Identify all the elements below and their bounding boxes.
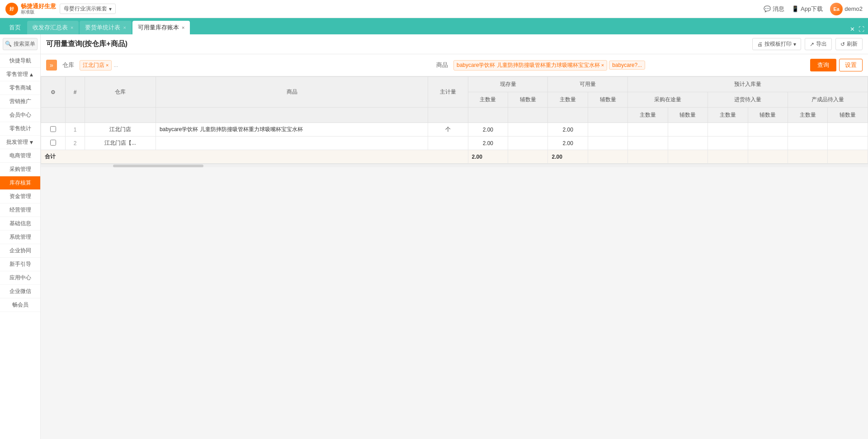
sidebar-sys-mgmt-label: 系统管理 <box>9 234 31 240</box>
refresh-btn[interactable]: ↺ 刷新 <box>835 38 863 50</box>
user-area[interactable]: Ea demo2 <box>830 3 863 15</box>
logo-icon: 好 <box>5 3 18 15</box>
sidebar-item-sys-mgmt[interactable]: 系统管理 <box>0 231 40 244</box>
row-purchase-aux-1 <box>668 137 708 150</box>
sidebar-wholesale-mgmt-label: 批发管理 <box>6 138 28 146</box>
message-btn[interactable]: 💬 消息 <box>764 5 784 13</box>
sidebar-item-inventory-check[interactable]: 库存核算 <box>0 176 40 190</box>
th-group-production-waiting: 产成品待入量 <box>788 92 868 108</box>
sidebar-item-quick-nav[interactable]: 快捷导航 <box>0 54 40 68</box>
th-empty9 <box>588 108 627 123</box>
tab-order-stats[interactable]: 要货单统计表 × <box>80 21 131 34</box>
sidebar-item-marketing[interactable]: 营销推广 <box>0 95 40 109</box>
row-warehouse-1: 江北门店【... <box>85 137 156 150</box>
sidebar-retail-stats-label: 零售统计 <box>9 125 31 132</box>
row-checkbox-0[interactable] <box>41 123 66 137</box>
th-prod-main: 主数量 <box>788 108 827 123</box>
sidebar-item-retail-mall[interactable]: 零售商城 <box>0 81 40 95</box>
row-stock-aux-1 <box>508 137 548 150</box>
sidebar-item-basic-info[interactable]: 基础信息 <box>0 217 40 231</box>
row-product-1 <box>156 137 428 150</box>
sidebar-item-wholesale-mgmt[interactable]: 批发管理 ▼ <box>0 136 40 149</box>
industry-select[interactable]: 母婴行业演示账套 ▾ <box>60 4 116 14</box>
sidebar-member-plus-label: 畅会员 <box>12 302 28 308</box>
export-icon: ↗ <box>810 41 814 47</box>
sidebar-item-retail-mgmt[interactable]: 零售管理 ▲ <box>0 68 40 81</box>
row-stock-main-1: 2.00 <box>468 137 508 150</box>
row-purchase-main-0 <box>628 123 668 137</box>
tab-available-inventory-close[interactable]: × <box>182 25 184 30</box>
table-row: 1 江北门店 babycare学饮杯 儿童防摔防撞吸管杯重力球吸嘴杯宝宝水杯 个… <box>41 123 868 137</box>
filter-bar: » 仓库 江北门店 × ... 商品 babycare学饮杯 儿童防摔防撞吸管杯… <box>41 54 868 76</box>
fullscreen-btn[interactable]: ⛶ <box>859 26 864 33</box>
row-prod-aux-0 <box>828 123 868 137</box>
row-product-0: babycare学饮杯 儿童防摔防撞吸管杯重力球吸嘴杯宝宝水杯 <box>156 123 428 137</box>
logo-area: 好 畅捷通好生意 标准版 <box>5 3 56 15</box>
th-avail-aux: 辅数量 <box>588 92 627 108</box>
th-avail-main: 主数量 <box>548 92 588 108</box>
sidebar-item-retail-stats[interactable]: 零售统计 <box>0 122 40 136</box>
th-goods-main: 主数量 <box>708 108 748 123</box>
export-btn[interactable]: ↗ 导出 <box>805 38 832 50</box>
sidebar-item-operation-mgmt[interactable]: 经营管理 <box>0 203 40 217</box>
sidebar-item-app-center[interactable]: 应用中心 <box>0 271 40 285</box>
close-all-btn[interactable]: ✕ <box>850 26 855 33</box>
scrollbar-thumb[interactable] <box>113 165 203 167</box>
footer-goods-main <box>708 150 748 164</box>
th-settings: ⚙ <box>41 77 66 108</box>
row-stock-main-0: 2.00 <box>468 123 508 137</box>
th-empty8 <box>548 108 588 123</box>
query-button[interactable]: 查询 <box>810 59 836 71</box>
top-bar: 好 畅捷通好生意 标准版 母婴行业演示账套 ▾ 💬 消息 📱 App下载 Ea … <box>0 0 868 18</box>
print-template-label: 按模板打印 <box>764 40 792 48</box>
row-purchase-main-1 <box>628 137 668 150</box>
bottom-scrollbar[interactable] <box>41 164 868 167</box>
sidebar-item-member-plus[interactable]: 畅会员 <box>0 298 40 312</box>
sidebar-item-new-guide[interactable]: 新手引导 <box>0 258 40 271</box>
tab-available-inventory[interactable]: 可用量库存账本 × <box>132 21 190 34</box>
sidebar-item-enterprise-wechat[interactable]: 企业微信 <box>0 285 40 298</box>
sidebar-search-area: 🔍 搜索菜单 <box>0 34 40 54</box>
avatar-text: Ea <box>834 6 840 12</box>
footer-avail-main: 2.00 <box>548 150 588 164</box>
sidebar-item-enterprise-collab[interactable]: 企业协同 <box>0 244 40 258</box>
print-template-btn[interactable]: 🖨 按模板打印 ▾ <box>752 38 801 50</box>
table-footer-row: 合计 2.00 2.00 <box>41 150 868 164</box>
inventory-table: ⚙ # 仓库 商品 主计量 现存量 可用量 预计入库量 主数量 辅 <box>41 76 868 164</box>
content-area: 可用量查询(按仓库+商品) 🖨 按模板打印 ▾ ↗ 导出 ↺ 刷新 <box>41 34 868 439</box>
product-tag2-text: babycare?... <box>612 62 642 68</box>
sidebar-item-purchase-mgmt[interactable]: 采购管理 <box>0 163 40 176</box>
tab-home[interactable]: 首页 <box>4 21 26 34</box>
table-body: 1 江北门店 babycare学饮杯 儿童防摔防撞吸管杯重力球吸嘴杯宝宝水杯 个… <box>41 123 868 150</box>
product-tag1-text: babycare学饮杯 儿童防摔防撞吸管杯重力球吸嘴杯宝宝水杯 <box>457 61 600 69</box>
footer-stock-main: 2.00 <box>468 150 508 164</box>
row-warehouse-0: 江北门店 <box>85 123 156 137</box>
avatar: Ea <box>830 3 843 15</box>
warehouse-tag-remove[interactable]: × <box>106 62 108 68</box>
row-prod-main-1 <box>788 137 827 150</box>
product-tag1-remove[interactable]: × <box>601 62 604 68</box>
sidebar-item-finance-mgmt[interactable]: 资金管理 <box>0 190 40 203</box>
filter-toggle-btn[interactable]: » <box>46 60 57 71</box>
logo-text-area: 畅捷通好生意 标准版 <box>21 3 56 15</box>
search-menu-btn[interactable]: 🔍 搜索菜单 <box>3 38 38 50</box>
tab-receipt-summary-close[interactable]: × <box>71 25 73 30</box>
top-bar-left: 好 畅捷通好生意 标准版 母婴行业演示账套 ▾ <box>5 3 116 15</box>
print-icon: 🖨 <box>757 41 763 47</box>
th-empty3 <box>85 108 156 123</box>
sidebar-item-member-center[interactable]: 会员中心 <box>0 109 40 122</box>
row-index-0: 1 <box>66 123 85 137</box>
page-title: 可用量查询(按仓库+商品) <box>46 39 127 49</box>
warehouse-more[interactable]: ... <box>113 62 118 68</box>
app-download-btn[interactable]: 📱 App下载 <box>792 5 823 13</box>
tab-order-stats-close[interactable]: × <box>123 25 126 30</box>
nav-right-icons: ✕ ⛶ <box>850 26 864 34</box>
export-label: 导出 <box>816 40 827 48</box>
settings-gear-icon[interactable]: ⚙ <box>51 89 56 95</box>
chevron-down-icon: ▾ <box>109 6 112 12</box>
row-checkbox-1[interactable] <box>41 137 66 150</box>
sidebar-item-ecommerce-mgmt[interactable]: 电商管理 <box>0 149 40 163</box>
row-goods-main-0 <box>708 123 748 137</box>
tab-receipt-summary[interactable]: 收发存汇总表 × <box>27 21 79 34</box>
settings-button[interactable]: 设置 <box>839 59 863 71</box>
